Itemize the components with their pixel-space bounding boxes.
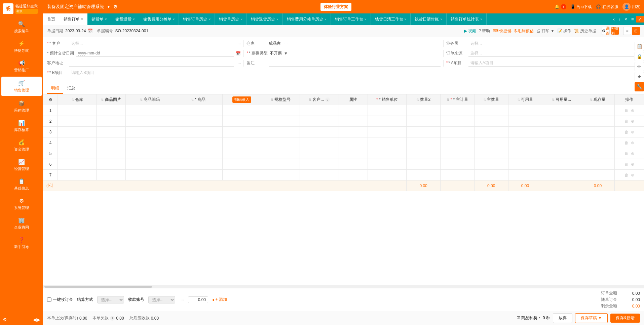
row-warehouse-3[interactable]: [58, 127, 97, 137]
tab-detail[interactable]: 明细: [47, 83, 63, 94]
amount-input[interactable]: [188, 296, 208, 303]
history-btn[interactable]: 📜 历史单据: [574, 28, 596, 34]
user-avatar-btn[interactable]: 👤 用友: [622, 3, 640, 11]
row-copy-icon-3[interactable]: ⊕: [631, 130, 634, 134]
tab-sales-expense[interactable]: 销售费用分摊单 ×: [139, 13, 179, 25]
row-unit-1[interactable]: [368, 105, 406, 116]
row-stock-4[interactable]: [581, 137, 615, 148]
tab-sales-return[interactable]: 销货退货 ×: [111, 13, 139, 25]
add-product-btn[interactable]: + 物料: [611, 27, 619, 35]
row-mainqty-1[interactable]: [474, 105, 508, 116]
topbar-settings-btn[interactable]: ⚙: [113, 4, 118, 9]
nav-menu-icon[interactable]: ≡: [629, 16, 636, 22]
operations-btn[interactable]: 📝 操作: [557, 28, 571, 34]
row-attr-4[interactable]: [339, 137, 368, 148]
th-settings[interactable]: ⚙: [43, 94, 58, 105]
tab-return-history-close[interactable]: ×: [276, 17, 278, 21]
row-warehouse-7[interactable]: [58, 170, 97, 180]
row-stock-1[interactable]: [581, 105, 615, 116]
row-unit-6[interactable]: [368, 159, 406, 170]
save-draft-button[interactable]: 保存草稿 ▼: [575, 313, 608, 323]
invoice-dropdown-icon[interactable]: ▼: [284, 51, 288, 56]
shortcut-btn[interactable]: ⌨ 快捷键: [493, 28, 512, 34]
row-unit-2[interactable]: [368, 116, 406, 127]
row-delete-icon-4[interactable]: 🗑: [624, 140, 629, 145]
row-unit-3[interactable]: [368, 127, 406, 137]
row-code-3[interactable]: [125, 127, 174, 137]
address-dots[interactable]: ···: [237, 61, 241, 66]
profit-btn[interactable]: $ 毛利预估: [514, 28, 534, 34]
account-dots[interactable]: ···: [181, 297, 184, 302]
tab-sales-invoice-close[interactable]: ×: [105, 17, 107, 21]
row-attr-1[interactable]: [339, 105, 368, 116]
row-delete-icon-7[interactable]: 🗑: [624, 173, 629, 177]
tab-order-stats-close[interactable]: ×: [480, 17, 482, 21]
th-code[interactable]: ⇅ 商品编码: [125, 94, 174, 105]
card-view-btn[interactable]: ⊞: [632, 27, 640, 35]
row-code-4[interactable]: [125, 137, 174, 148]
row-avail2-4[interactable]: [542, 137, 581, 148]
row-spec-5[interactable]: [261, 148, 300, 159]
row-product-5[interactable]: [174, 148, 222, 159]
row-product-4[interactable]: [174, 137, 222, 148]
tab-daily-workbench[interactable]: 钱货日清工作台 ×: [371, 13, 411, 25]
settlement-select[interactable]: 选择...: [97, 296, 124, 303]
row-qty2-2[interactable]: [407, 116, 441, 127]
sidebar-item-marketing[interactable]: 📢 营销推广: [0, 56, 43, 76]
settings-panel-btn[interactable]: ⚙ 设置: [602, 27, 610, 35]
online-service-btn[interactable]: 🎧 在线客服: [596, 4, 618, 10]
row-avail-6[interactable]: [508, 159, 542, 170]
row-custcode-4[interactable]: [300, 137, 339, 148]
account-select[interactable]: 选择...: [148, 296, 175, 303]
row-spec-7[interactable]: [261, 170, 300, 180]
row-mainqty-6[interactable]: [474, 159, 508, 170]
row-mainunit-2[interactable]: [440, 116, 474, 127]
row-unit-4[interactable]: [368, 137, 406, 148]
row-product-7[interactable]: [174, 170, 222, 180]
row-copy-icon-5[interactable]: ⊕: [631, 151, 634, 156]
row-spec-4[interactable]: [261, 137, 300, 148]
th-product[interactable]: ⇅ * 商品: [174, 94, 222, 105]
view-video-btn[interactable]: ▶ 视频: [464, 28, 476, 34]
row-delete-icon-1[interactable]: 🗑: [624, 108, 629, 113]
row-attr-3[interactable]: [339, 127, 368, 137]
remark-input[interactable]: [269, 59, 440, 67]
grid-view-btn[interactable]: ≡: [623, 27, 631, 35]
row-custcode-1[interactable]: [300, 105, 339, 116]
save-new-button[interactable]: 保存&新增: [610, 314, 640, 323]
address-input[interactable]: [69, 59, 234, 67]
row-stock-6[interactable]: [581, 159, 615, 170]
add-btn[interactable]: ● + 添加: [212, 297, 227, 302]
row-copy-icon-6[interactable]: ⊕: [631, 162, 634, 167]
tab-expense-history[interactable]: 销售费用分摊单历史 ×: [283, 13, 331, 25]
row-qty2-5[interactable]: [407, 148, 441, 159]
row-avail2-7[interactable]: [542, 170, 581, 180]
tab-order-workbench[interactable]: 销售订单工作台 ×: [331, 13, 371, 25]
float-btn-5[interactable]: 🔧: [635, 82, 644, 91]
scan-button[interactable]: 扫码录入: [232, 96, 251, 103]
th-avail[interactable]: ⇅ 可用量: [508, 94, 542, 105]
order-source-input[interactable]: [468, 50, 634, 57]
row-delete-icon-6[interactable]: 🗑: [624, 162, 629, 167]
save-draft-dropdown-icon[interactable]: ▼: [598, 316, 602, 320]
nav-close-btn[interactable]: ×: [622, 16, 629, 22]
row-mainqty-5[interactable]: [474, 148, 508, 159]
row-mainqty-7[interactable]: [474, 170, 508, 180]
row-code-7[interactable]: [125, 170, 174, 180]
float-btn-3[interactable]: ✏: [635, 62, 644, 71]
tab-home[interactable]: 首页: [43, 13, 60, 25]
row-avail2-5[interactable]: [542, 148, 581, 159]
row-unit-7[interactable]: [368, 170, 406, 180]
tab-order-workbench-close[interactable]: ×: [365, 17, 367, 21]
row-stock-2[interactable]: [581, 116, 615, 127]
sidebar-item-ops[interactable]: 📈 经营管理: [0, 155, 43, 175]
row-qty2-4[interactable]: [407, 137, 441, 148]
app-download-btn[interactable]: 📱 App下载: [570, 4, 592, 10]
row-avail2-6[interactable]: [542, 159, 581, 170]
customer-input[interactable]: [69, 40, 234, 47]
th-avail2[interactable]: ⇅ 可用量...: [542, 94, 581, 105]
row-mainunit-5[interactable]: [440, 148, 474, 159]
row-mainunit-1[interactable]: [440, 105, 474, 116]
a-project-input[interactable]: [468, 59, 640, 67]
sidebar-item-inventory[interactable]: 📊 库存核算: [0, 116, 43, 136]
